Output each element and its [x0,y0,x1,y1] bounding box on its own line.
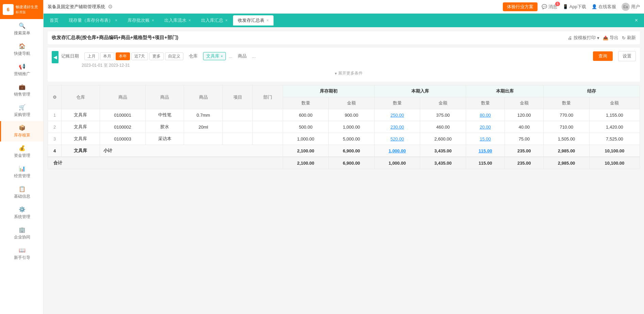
row-in-qty[interactable]: 520.00 [374,133,420,145]
row-dept [253,121,283,133]
sidebar-item-inventory[interactable]: 📦 库存核算 [0,121,43,142]
subtotal-out-amt: 235.00 [505,145,544,157]
total-bal-amt: 10,100.00 [589,157,640,169]
sidebar-item-marketing[interactable]: 📢 营销推广 [0,60,43,80]
total-open-amt: 6,900.00 [329,157,375,169]
inventory-icon: 📦 [19,125,26,131]
warehouse-tag-remove[interactable]: × [221,54,223,58]
tab-close-batch[interactable]: × [152,18,154,23]
row-bal-amt: 7,525.00 [589,133,640,145]
row-name: 采访本 [146,133,184,145]
tab-home[interactable]: 首页 [45,15,63,26]
sidebar-item-sales[interactable]: 💼 销售管理 [0,80,43,101]
date-btn-this-year[interactable]: 本年 [116,52,130,60]
app-download-button[interactable]: 📱 App下载 [563,4,586,10]
sidebar-item-basic[interactable]: 📋 基础信息 [0,182,43,203]
sidebar-item-purchase[interactable]: 🛒 采购管理 [0,101,43,121]
chevron-down-icon: ▾ [335,71,337,76]
subtotal-out-qty[interactable]: 115.00 [466,145,505,157]
subtotal-seq: 4 [48,145,62,157]
chevron-down-icon: ▾ [597,35,599,40]
total-out-amt: 235.00 [505,157,544,169]
date-btn-custom[interactable]: 自定义 [165,52,183,60]
message-button[interactable]: 💬 消息 6 [542,4,557,10]
gear-icon[interactable]: ⚙ [108,3,113,10]
row-in-qty[interactable]: 230.00 [374,121,420,133]
query-button[interactable]: 查询 [593,51,613,61]
sidebar-item-enterprise[interactable]: 🏢 企业协同 [0,223,43,244]
subtotal-warehouse: 文具库 [62,145,100,157]
row-seq: 3 [48,133,62,145]
tab-close-inout-summary[interactable]: × [225,18,228,23]
tab-close-inventory-dist[interactable]: × [115,18,117,23]
warehouse-more[interactable]: ... [229,54,232,59]
sidebar-item-search[interactable]: 🔍 搜索菜单 [0,19,43,39]
col-warehouse: 仓库 [62,85,100,109]
warehouse-tag: 文具库 × [203,52,226,60]
col-dept: 部门 [253,85,283,109]
subtotal-in-qty[interactable]: 1,000.00 [374,145,420,157]
service-icon: 👤 [592,4,597,9]
col-group-in: 本期入库 [374,85,466,97]
sidebar-item-system[interactable]: ⚙️ 系统管理 [0,203,43,223]
tab-recv-send-summary[interactable]: 收发存汇总表 × [233,15,274,26]
date-btn-this-month[interactable]: 本月 [100,52,114,60]
row-code: 0100001 [100,109,146,121]
goods-more[interactable]: ... [252,54,256,59]
row-warehouse: 文具库 [62,133,100,145]
print-icon: 🖨 [568,35,572,40]
date-label: 记账日期 [61,53,79,59]
row-open-qty: 1,000.00 [283,133,329,145]
row-in-amt: 375.00 [420,109,466,121]
trial-button[interactable]: 体验行业方案 [503,2,538,11]
tab-bar: 首页 现存量（库存分布表） × 库存批次账 × 出入库流水 × 出入库汇总 × … [44,14,644,27]
row-open-amt: 900.00 [329,109,375,121]
refresh-button[interactable]: ↻ 刷新 [622,35,636,41]
export-button[interactable]: 📤 导出 [603,35,618,41]
row-out-qty[interactable]: 15.00 [466,133,505,145]
tab-inventory-dist[interactable]: 现存量（库存分布表） × [64,15,122,26]
print-button[interactable]: 🖨 按模板打印 ▾ [568,35,599,41]
row-name: 胶水 [146,121,184,133]
message-badge: 6 [555,2,560,6]
tab-inout-flow[interactable]: 出入库流水 × [160,15,196,26]
tab-close-recv-send[interactable]: × [266,18,269,23]
col-settings[interactable]: ⚙ [48,85,62,109]
row-in-qty[interactable]: 250.00 [374,109,420,121]
sidebar-item-operations[interactable]: 📊 经营管理 [0,162,43,182]
col-project: 项目 [223,85,253,109]
total-row: 合计 2,100.00 6,900.00 1,000.00 3,435.00 1… [48,157,640,169]
guide-icon: 📖 [19,247,26,253]
col-spec: 商品 [184,85,223,109]
date-btn-more[interactable]: 更多 [149,52,164,60]
expand-conditions-button[interactable]: ▾ 展开更多条件 [335,70,363,76]
date-btn-7days[interactable]: 近7天 [131,52,148,60]
filter-collapse-arrow[interactable]: ◀ [52,51,59,63]
date-btn-last-month[interactable]: 上月 [84,52,99,60]
col-out-qty: 数量 [466,97,505,109]
row-out-qty[interactable]: 20.00 [466,121,505,133]
row-out-amt: 75.00 [505,133,544,145]
row-open-qty: 500.00 [283,121,329,133]
row-out-qty[interactable]: 80.00 [466,109,505,121]
system-name: 装备及固定资产辅助管理系统 [48,4,105,10]
user-button[interactable]: Ea 用户 [622,3,640,11]
message-icon: 💬 [542,4,547,9]
setting-button[interactable]: 设置 [618,51,636,61]
sidebar-item-finance[interactable]: 💰 资金管理 [0,142,43,162]
tab-inout-summary[interactable]: 出入库汇总 × [196,15,232,26]
refresh-icon: ↻ [622,35,626,40]
finance-icon: 💰 [19,145,26,151]
topbar-right: 💬 消息 6 📱 App下载 👤 在线客服 Ea 用户 [542,3,640,11]
tab-batch-account[interactable]: 库存批次账 × [123,15,159,26]
table-row: 1 文具库 0100001 中性笔 0.7mm 600.00 900.00 25… [48,109,640,121]
table-row: 3 文具库 0100003 采访本 1,000.00 5,000.00 520.… [48,133,640,145]
online-service-button[interactable]: 👤 在线客服 [592,4,616,10]
sidebar-item-guide[interactable]: 📖 新手引导 [0,244,43,264]
sidebar-item-quicknav[interactable]: 🏠 快捷导航 [0,39,43,60]
tab-close-all[interactable]: × [630,15,643,26]
enterprise-icon: 🏢 [19,227,26,233]
col-code: 商品 [100,85,146,109]
col-group-open: 库存期初 [283,85,374,97]
tab-close-inout-flow[interactable]: × [188,18,191,23]
